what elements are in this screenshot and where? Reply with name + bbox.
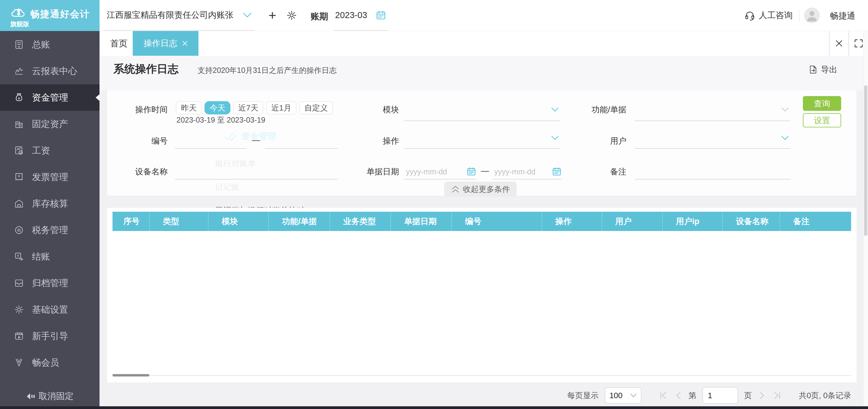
previous-page-button[interactable] — [674, 391, 683, 400]
sidebar-item-fixed-assets[interactable]: 固定资产 — [0, 111, 99, 137]
per-page-value: 100 — [610, 391, 622, 400]
support-button[interactable]: 人工咨询 — [744, 10, 793, 21]
sidebar-item-label: 发票管理 — [32, 171, 68, 183]
vertical-scrollbar-thumb[interactable] — [864, 85, 867, 236]
horizontal-scrollbar-thumb[interactable] — [113, 374, 149, 376]
avatar[interactable] — [804, 7, 820, 23]
doc-date-from-input[interactable]: yyyy-mm-dd — [404, 163, 476, 179]
sidebar-item-settings[interactable]: 基础设置 — [0, 296, 99, 323]
column-header-doc-date[interactable]: 单据日期 — [391, 212, 452, 231]
period-label: 账期 — [311, 10, 328, 23]
sidebar-item-label: 新手引导 — [32, 330, 68, 342]
member-icon — [14, 357, 24, 368]
filter-label-function: 功能/单据 — [578, 104, 626, 115]
tab-home[interactable]: 首页 — [105, 31, 133, 56]
export-button[interactable]: 导出 — [808, 64, 837, 75]
pill-last-month[interactable]: 近1月 — [266, 101, 296, 114]
money-bag-icon: ¥ — [14, 93, 24, 103]
svg-text:税: 税 — [17, 228, 21, 233]
column-header-function[interactable]: 功能/单据 — [269, 212, 330, 231]
brand-logo: 畅捷通好会计 旗舰版 — [0, 0, 99, 31]
operation-select[interactable] — [404, 133, 560, 149]
column-header-user[interactable]: 用户 — [602, 212, 662, 231]
number-from-input[interactable] — [175, 133, 246, 149]
sidebar-item-inventory[interactable]: 库存核算 — [0, 190, 99, 217]
per-page-select[interactable]: 100 — [605, 387, 642, 404]
sidebar-item-closing[interactable]: ¥ 结账 — [0, 243, 99, 270]
column-header-biz-type[interactable]: 业务类型 — [330, 212, 391, 231]
number-to-input[interactable] — [265, 133, 338, 149]
time-range-pills: 昨天 今天 近7天 近1月 自定义 — [176, 101, 333, 114]
column-header-remark[interactable]: 备注 — [780, 212, 851, 231]
add-account-button[interactable]: + — [265, 8, 280, 23]
remark-input[interactable] — [635, 163, 790, 179]
brand-badge: 旗舰版 — [10, 20, 29, 28]
svg-text:¥: ¥ — [18, 96, 20, 100]
closing-icon: ¥ — [14, 251, 24, 262]
column-header-type[interactable]: 类型 — [149, 212, 208, 231]
next-page-button[interactable] — [758, 391, 766, 400]
page-number-input[interactable]: 1 — [703, 387, 738, 404]
tab-close-icon[interactable] — [182, 41, 188, 46]
chevron-down-icon — [630, 393, 637, 398]
filter-label-module: 模块 — [350, 104, 399, 115]
column-header-number[interactable]: 编号 — [452, 212, 542, 231]
page-title: 系统操作日志 — [114, 62, 179, 76]
vertical-scrollbar-track[interactable] — [863, 31, 868, 406]
column-header-seq[interactable]: 序号 — [113, 212, 149, 231]
bottom-edge-strip — [0, 406, 868, 409]
calendar-icon — [467, 167, 476, 176]
chevron-down-icon — [551, 107, 559, 112]
sidebar-item-member[interactable]: 畅会员 — [0, 349, 99, 376]
archive-icon — [14, 278, 24, 288]
pill-today[interactable]: 今天 — [205, 101, 230, 114]
column-header-device[interactable]: 设备名称 — [722, 212, 780, 231]
filter-label-remark: 备注 — [578, 166, 626, 177]
period-picker[interactable]: 2023-03 — [333, 0, 388, 31]
module-select[interactable] — [404, 101, 560, 121]
device-name-input[interactable] — [175, 163, 338, 179]
sidebar-item-salary[interactable]: ¥ 工资 — [0, 137, 99, 164]
settings-gear-button[interactable] — [286, 10, 298, 21]
sidebar-item-cloud-report[interactable]: 云报表中心 — [0, 58, 99, 84]
date-placeholder: yyyy-mm-dd — [406, 167, 447, 176]
pagination-bar: 每页显示 100 第 1 页 共0页, 0条记录 — [567, 387, 851, 404]
column-header-user-ip[interactable]: 用户ip — [662, 212, 722, 231]
total-records-text: 共0页, 0条记录 — [799, 390, 851, 401]
last-page-button[interactable] — [772, 391, 782, 400]
sidebar-item-funds-management[interactable]: ¥ 资金管理 — [0, 84, 99, 111]
sidebar-item-tax-management[interactable]: 税 税务管理 — [0, 217, 99, 243]
pill-custom[interactable]: 自定义 — [299, 101, 333, 114]
sidebar-item-archive[interactable]: 归档管理 — [0, 270, 99, 296]
company-selector[interactable]: 江西服宝精品有限责任公司内账张 — [104, 0, 254, 31]
tax-icon: 税 — [14, 225, 24, 235]
first-page-button[interactable] — [658, 391, 668, 400]
sidebar-item-label: 畅会员 — [32, 356, 59, 369]
page-suffix: 页 — [744, 390, 752, 401]
sidebar-item-beginner-guide[interactable]: 新手引导 — [0, 323, 99, 349]
user-name[interactable]: 畅捷通 — [830, 10, 855, 22]
divider — [799, 10, 799, 22]
search-button[interactable]: 查询 — [803, 96, 841, 111]
collapse-more-filters-button[interactable]: 收起更多条件 — [444, 182, 517, 197]
tab-operation-log[interactable]: 操作日志 — [133, 31, 198, 56]
column-header-operation[interactable]: 操作 — [542, 212, 602, 231]
pill-yesterday[interactable]: 昨天 — [176, 101, 202, 114]
doc-date-to-input[interactable]: yyyy-mm-dd — [493, 163, 562, 179]
person-icon — [804, 7, 820, 23]
column-header-module[interactable]: 模块 — [208, 212, 269, 231]
close-all-tabs-button[interactable] — [829, 31, 848, 56]
calendar-icon — [376, 10, 386, 20]
unpin-sidebar-button[interactable]: 取消固定 — [0, 390, 99, 402]
sidebar-item-general-ledger[interactable]: ¥ 总账 — [0, 31, 99, 58]
range-dash: — — [479, 166, 490, 176]
svg-text:¥: ¥ — [20, 151, 22, 154]
user-select[interactable] — [635, 133, 790, 149]
sidebar-item-invoice-management[interactable]: ¥ 发票管理 — [0, 164, 99, 190]
settings-button[interactable]: 设置 — [803, 113, 841, 127]
filter-label-operation: 操作 — [350, 136, 399, 146]
table-header-row: 序号 类型 模块 功能/单据 业务类型 单据日期 编号 操作 用户 用户ip 设… — [113, 212, 851, 231]
unpin-label: 取消固定 — [39, 390, 73, 402]
function-select[interactable] — [635, 101, 790, 121]
pill-last7days[interactable]: 近7天 — [233, 101, 263, 114]
